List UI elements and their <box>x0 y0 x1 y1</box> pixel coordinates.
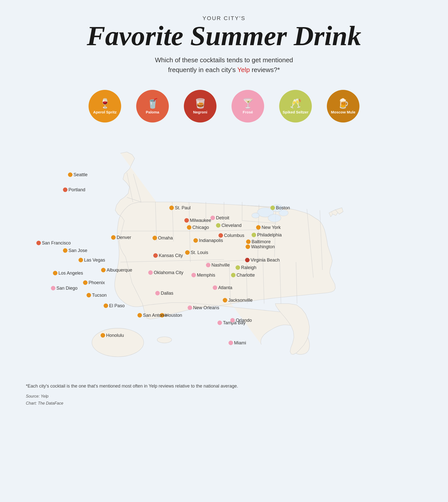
aperol-label: Aperol Spritz <box>93 110 116 114</box>
legend: 🍷 Aperol Spritz 🥤 Paloma 🥃 Negroni 🍸 Fro… <box>89 90 359 122</box>
svg-point-29 <box>268 214 281 222</box>
svg-point-30 <box>252 213 259 218</box>
city-san-francisco: San Francisco <box>36 240 71 246</box>
city-washington: Washington <box>246 244 275 249</box>
city-miami: Miami <box>229 340 246 346</box>
city-baltimore: Baltimore <box>246 239 271 244</box>
seltzer-icon: 🥂 <box>290 98 302 109</box>
negroni-label: Negroni <box>193 110 207 114</box>
city-jacksonville: Jacksonville <box>223 298 253 303</box>
main-title: Favorite Summer Drink <box>87 22 361 51</box>
city-san-diego: San Diego <box>51 286 78 291</box>
header: YOUR CITY'S Favorite Summer Drink Which … <box>87 15 361 75</box>
city-columbus: Columbus <box>218 233 244 238</box>
aperol-icon: 🍷 <box>99 98 111 109</box>
city-st-paul: St. Paul <box>169 205 191 211</box>
city-chicago: Chicago <box>187 225 209 230</box>
legend-item-frose: 🍸 Frosé <box>232 90 264 122</box>
footnote-text: *Each city's cocktail is the one that's … <box>26 384 422 389</box>
city-san-antonio: San Antonio <box>137 313 167 318</box>
city-boston: Boston <box>270 205 290 211</box>
svg-point-25 <box>157 337 172 343</box>
city-las-vegas: Las Vegas <box>79 258 105 263</box>
city-st-louis: St. Louis <box>185 250 208 255</box>
svg-point-28 <box>279 210 288 216</box>
map-container: Seattle Portland San Francisco San Jose … <box>26 133 422 371</box>
city-charlotte: Charlotte <box>231 273 255 278</box>
city-denver: Denver <box>111 235 131 240</box>
city-new-york: New York <box>256 225 281 230</box>
legend-item-negroni: 🥃 Negroni <box>184 90 216 122</box>
city-atlanta: Atlanta <box>213 285 232 290</box>
frose-label: Frosé <box>243 110 253 114</box>
city-indianapolis: Indianapolis <box>193 238 223 243</box>
city-detroit: Detroit <box>210 215 229 221</box>
city-philadelphia: Philadelphia <box>252 232 282 238</box>
city-cleveland: Cleveland <box>216 223 242 228</box>
city-los-angeles: Los Angeles <box>53 271 83 276</box>
city-oklahoma-city: Oklahoma City <box>148 270 183 275</box>
city-portland: Portland <box>63 187 85 193</box>
city-virginia-beach: Virginia Beach <box>245 258 280 263</box>
city-kansas-city: Kansas City <box>153 253 183 258</box>
paloma-label: Paloma <box>146 110 159 114</box>
seltzer-label: Spiked Seltzer <box>283 110 309 114</box>
city-memphis: Memphis <box>191 273 215 278</box>
city-new-orleans: New Orleans <box>188 305 219 310</box>
city-honolulu: Honolulu <box>101 333 124 338</box>
city-albuquerque: Albuquerque <box>101 268 132 273</box>
city-el-paso: El Paso <box>104 303 125 308</box>
city-orlando: Orlando <box>230 318 252 323</box>
city-seattle: Seattle <box>68 172 88 177</box>
city-tucson: Tucson <box>87 293 107 298</box>
footnote-area: *Each city's cocktail is the one that's … <box>26 384 422 407</box>
legend-item-aperol-spritz: 🍷 Aperol Spritz <box>89 90 121 122</box>
source-line-2: Chart: The DataFace <box>26 401 63 405</box>
legend-item-spiked-seltzer: 🥂 Spiked Seltzer <box>279 90 312 122</box>
city-milwaukee: Milwaukee <box>184 218 211 223</box>
description: Which of these cocktails tends to get me… <box>87 55 361 75</box>
mule-label: Moscow Mule <box>331 110 355 114</box>
mule-icon: 🍺 <box>337 98 349 109</box>
city-raleigh: Raleigh <box>236 265 256 270</box>
city-san-jose: San Jose <box>63 248 87 253</box>
legend-item-paloma: 🥤 Paloma <box>136 90 169 122</box>
yelp-text: Yelp <box>237 66 250 74</box>
svg-point-24 <box>92 328 144 357</box>
city-phoenix: Phoenix <box>83 280 105 285</box>
city-dallas: Dallas <box>155 291 173 296</box>
source-line-1: Source: Yelp <box>26 394 48 398</box>
frose-icon: 🍸 <box>242 98 254 109</box>
negroni-icon: 🥃 <box>194 98 206 109</box>
legend-item-moscow-mule: 🍺 Moscow Mule <box>327 90 359 122</box>
city-nashville: Nashville <box>206 263 230 268</box>
source-text: Source: Yelp Chart: The DataFace <box>26 393 422 407</box>
paloma-icon: 🥤 <box>147 98 159 109</box>
city-omaha: Omaha <box>153 235 173 241</box>
